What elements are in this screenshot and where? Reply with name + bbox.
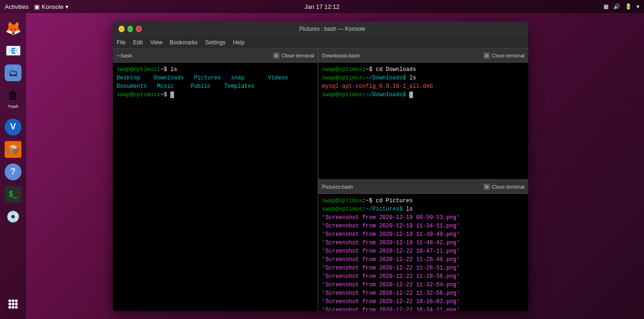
right-bottom-tab-title: Pictures:bash <box>322 184 353 190</box>
rb-line-3: 'Screenshot from 2020-12-19 09-50-13.png… <box>322 213 525 222</box>
system-tray: ▦ 🔊 🔋 ▾ <box>603 3 639 10</box>
konsole-taskbar-label: Konsole <box>42 3 63 10</box>
dock-item-appstore[interactable]: 📦 <box>1 139 25 160</box>
term-line-3: Documents Music Public Templates <box>117 82 314 91</box>
term-line-4: swap@optimus:~$ <box>117 91 314 99</box>
rb-line-2: swap@optimus:~/Pictures$ ls <box>322 205 525 213</box>
konsole-taskbar-item[interactable]: ▣ Konsole ▾ <box>34 3 69 10</box>
rb-line-9: 'Screenshot from 2020-12-22 11-28-51.png… <box>322 264 525 272</box>
menu-view[interactable]: View <box>150 39 162 46</box>
dock-item-terminal[interactable]: $_ <box>1 184 25 205</box>
left-terminal-content[interactable]: swap@optimus:~$ ls Desktop Downloads Pic… <box>113 63 318 311</box>
left-close-terminal-button[interactable]: ⊞ Close terminal <box>273 52 314 59</box>
konsole-taskbar-icon: ▣ <box>34 3 40 10</box>
rt-line-3: mysql-apt-config_0.8.16-1_all.deb <box>322 82 525 91</box>
right-top-close-icon: ⊞ <box>483 52 490 59</box>
right-bottom-close-icon: ⊞ <box>483 184 490 190</box>
left-close-label: Close terminal <box>281 53 314 58</box>
term-line-2: Desktop Downloads Pictures snap Videos <box>117 74 314 82</box>
dock-item-disc[interactable]: 💿 <box>1 206 25 227</box>
rb-line-7: 'Screenshot from 2020-12-22 10-47-11.png… <box>322 247 525 255</box>
menu-help[interactable]: Help <box>233 39 245 46</box>
rb-line-13: 'Screenshot from 2020-12-22 18-16-02.png… <box>322 298 525 306</box>
rb-line-4: 'Screenshot from 2020-12-19 11-34-11.png… <box>322 222 525 230</box>
menu-edit[interactable]: Edit <box>133 39 143 46</box>
right-top-close-label: Close terminal <box>492 53 525 58</box>
minimize-button[interactable]: − <box>119 26 125 32</box>
main-area: − □ ✕ Pictures : bash — Konsole File Edi… <box>26 13 644 319</box>
svg-point-6 <box>8 306 11 309</box>
svg-point-7 <box>12 306 14 309</box>
right-bottom-panel: Pictures:bash ⊞ Close terminal swap@opti… <box>318 180 528 311</box>
rb-line-12: 'Screenshot from 2020-12-22 11-32-56.png… <box>322 289 525 298</box>
volume-icon: 🔊 <box>613 3 620 10</box>
network-icon: ▦ <box>603 3 609 10</box>
rb-line-14: 'Screenshot from 2020-12-22 18-34-11.png… <box>322 306 525 311</box>
rb-line-8: 'Screenshot from 2020-12-22 11-28-48.png… <box>322 255 525 264</box>
right-bottom-terminal-content[interactable]: swap@optimus:~$ cd Pictures swap@optimus… <box>318 194 528 311</box>
right-bottom-close-button[interactable]: ⊞ Close terminal <box>483 184 525 190</box>
svg-point-1 <box>12 299 14 302</box>
rb-line-10: 'Screenshot from 2020-12-22 11-28-56.png… <box>322 272 525 281</box>
right-bottom-close-label: Close terminal <box>492 184 525 190</box>
right-panels: Downloads:bash ⊞ Close terminal swap@opt… <box>318 49 528 311</box>
dock: 🦊 📧 🗂 🗑 Trash V 📦 ? $_ 💿 <box>0 13 26 319</box>
konsole-menu: File Edit View Bookmarks Settings Help <box>113 36 528 49</box>
menu-bookmarks[interactable]: Bookmarks <box>170 39 198 46</box>
left-terminal-panel: ~:bash ⊞ Close terminal swap@optimus:~$ … <box>113 49 318 311</box>
right-top-terminal-content[interactable]: swap@optimus:~$ cd Downloads swap@optimu… <box>318 63 528 179</box>
dock-item-trash[interactable]: 🗑 Trash <box>1 85 25 111</box>
dock-item-vbox[interactable]: V <box>1 117 25 137</box>
svg-point-3 <box>8 303 11 305</box>
rb-line-11: 'Screenshot from 2020-12-22 11-32-54.png… <box>322 281 525 289</box>
dock-trash-label: Trash <box>8 105 19 109</box>
rt-line-4: swap@optimus:~/Downloads$ <box>322 91 525 99</box>
right-top-panel: Downloads:bash ⊞ Close terminal swap@opt… <box>318 49 528 180</box>
svg-point-4 <box>12 303 14 305</box>
top-bar: Activities ▣ Konsole ▾ Jan 17 12:12 ▦ 🔊 … <box>0 0 644 13</box>
menu-settings[interactable]: Settings <box>205 39 225 46</box>
svg-point-0 <box>8 299 11 302</box>
left-close-icon: ⊞ <box>273 52 280 59</box>
svg-point-8 <box>15 306 18 309</box>
rb-line-1: swap@optimus:~$ cd Pictures <box>322 197 525 205</box>
activities-button[interactable]: Activities <box>5 3 28 10</box>
dock-item-firefox[interactable]: 🦊 <box>1 18 25 38</box>
konsole-titlebar: − □ ✕ Pictures : bash — Konsole <box>113 21 528 36</box>
dock-item-files[interactable]: 🗂 <box>1 63 25 83</box>
konsole-taskbar-chevron: ▾ <box>65 3 69 10</box>
term-line-1: swap@optimus:~$ ls <box>117 65 314 74</box>
dock-item-apps[interactable] <box>1 294 25 314</box>
svg-point-5 <box>15 303 18 305</box>
dock-item-help[interactable]: ? <box>1 162 25 182</box>
svg-point-2 <box>15 299 18 302</box>
rt-line-1: swap@optimus:~$ cd Downloads <box>322 65 525 74</box>
rb-line-5: 'Screenshot from 2020-12-19 11-39-49.png… <box>322 230 525 239</box>
datetime: Jan 17 12:12 <box>304 3 339 10</box>
maximize-button[interactable]: □ <box>127 26 133 32</box>
window-title: Pictures : bash — Konsole <box>142 26 523 32</box>
left-tab-bar: ~:bash ⊞ Close terminal <box>113 49 318 63</box>
konsole-window: − □ ✕ Pictures : bash — Konsole File Edi… <box>113 21 528 311</box>
left-tab-title: ~:bash <box>117 53 132 58</box>
right-top-close-button[interactable]: ⊞ Close terminal <box>483 52 525 59</box>
menu-file[interactable]: File <box>117 39 126 46</box>
rt-line-2: swap@optimus:~/Downloads$ ls <box>322 74 525 82</box>
power-icon: ▾ <box>637 3 639 10</box>
right-top-tab-title: Downloads:bash <box>322 53 360 58</box>
close-button[interactable]: ✕ <box>136 26 142 32</box>
dock-item-thunderbird[interactable]: 📧 <box>1 40 25 61</box>
battery-icon: 🔋 <box>625 3 632 10</box>
right-bottom-tab-bar: Pictures:bash ⊞ Close terminal <box>318 180 528 194</box>
right-top-tab-bar: Downloads:bash ⊞ Close terminal <box>318 49 528 63</box>
terminal-panels: ~:bash ⊞ Close terminal swap@optimus:~$ … <box>113 49 528 311</box>
rb-line-6: 'Screenshot from 2020-12-19 11-48-42.png… <box>322 239 525 247</box>
